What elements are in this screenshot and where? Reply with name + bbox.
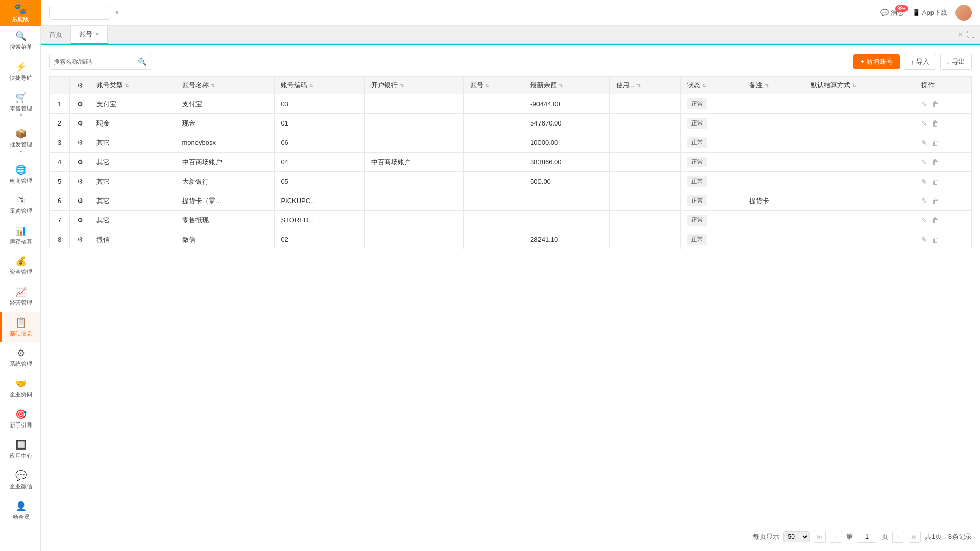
sidebar-item-搜索菜单[interactable]: 🔍 搜索菜单 bbox=[0, 26, 40, 56]
prev-page-button[interactable]: ‹ bbox=[830, 531, 842, 543]
phone-icon: 📱 bbox=[912, 9, 920, 16]
sidebar-item-电商管理[interactable]: 🌐 电商管理 bbox=[0, 159, 40, 190]
page-number-input[interactable] bbox=[857, 531, 877, 543]
edit-button[interactable]: ✎ bbox=[921, 139, 927, 147]
sidebar-item-库存核算[interactable]: 📊 库存核算 bbox=[0, 220, 40, 251]
action-buttons: ✎ 🗑 bbox=[921, 178, 965, 186]
sidebar-icon: 🔍 bbox=[15, 31, 27, 42]
col-bank[interactable]: 开户银行⇅ bbox=[364, 77, 463, 94]
cell-bank bbox=[364, 114, 463, 133]
edit-button[interactable]: ✎ bbox=[921, 216, 927, 224]
tab-首页[interactable]: 首页 bbox=[41, 26, 71, 44]
sidebar-icon: 🛒 bbox=[15, 92, 27, 103]
user-avatar[interactable] bbox=[955, 5, 972, 21]
sidebar-item-畅会员[interactable]: 👤 畅会员 bbox=[0, 495, 40, 526]
delete-button[interactable]: 🗑 bbox=[932, 158, 939, 166]
delete-button[interactable]: 🗑 bbox=[932, 178, 939, 186]
top-search-input[interactable] bbox=[49, 6, 110, 20]
tab-账号[interactable]: 账号× bbox=[71, 26, 108, 44]
cell-gear: ⚙ bbox=[70, 133, 90, 153]
cell-status: 正常 bbox=[680, 230, 743, 249]
delete-button[interactable]: 🗑 bbox=[932, 100, 939, 108]
cell-account bbox=[463, 114, 524, 133]
sidebar-item-系统管理[interactable]: ⚙ 系统管理 bbox=[0, 342, 40, 373]
sidebar-item-快捷导航[interactable]: ⚡ 快捷导航 bbox=[0, 56, 40, 87]
col-type[interactable]: 账号类型⇅ bbox=[90, 77, 176, 94]
cell-settlement bbox=[804, 191, 915, 211]
cell-index: 8 bbox=[50, 230, 70, 249]
col-status[interactable]: 状态⇅ bbox=[680, 77, 743, 94]
tab-expand-icon[interactable]: ⛶ bbox=[967, 30, 975, 39]
sidebar-item-新手引导[interactable]: 🎯 新手引导 bbox=[0, 404, 40, 434]
import-button[interactable]: ↑ 导入 bbox=[904, 54, 936, 70]
export-button[interactable]: ↓ 导出 bbox=[940, 54, 972, 70]
table-row: 6⚙其它提货卡（零…PICKUPC...正常提货卡 ✎ 🗑 bbox=[50, 191, 972, 211]
search-icon[interactable]: 🔍 bbox=[138, 58, 146, 66]
sidebar-item-批发管理[interactable]: 📦 批发管理 ▾ bbox=[0, 123, 40, 159]
sidebar-item-采购管理[interactable]: 🛍 采购管理 bbox=[0, 190, 40, 220]
first-page-button[interactable]: ⏮ bbox=[814, 531, 826, 543]
edit-button[interactable]: ✎ bbox=[921, 100, 927, 108]
sidebar-item-企业微信[interactable]: 💬 企业微信 bbox=[0, 465, 40, 495]
message-button[interactable]: 💬 消息 99+ bbox=[880, 8, 904, 17]
delete-button[interactable]: 🗑 bbox=[932, 139, 939, 147]
status-badge: 正常 bbox=[687, 118, 707, 129]
sidebar-icon: 💰 bbox=[15, 256, 27, 267]
sidebar-item-资金管理[interactable]: 💰 资金管理 bbox=[0, 251, 40, 281]
cell-type: 支付宝 bbox=[90, 94, 176, 114]
app-download-label: App下载 bbox=[922, 8, 947, 17]
delete-button[interactable]: 🗑 bbox=[932, 197, 939, 205]
tab-bar: 首页账号× × ⛶ bbox=[41, 26, 980, 44]
app-download-button[interactable]: 📱 App下载 bbox=[912, 8, 947, 17]
cell-remark bbox=[743, 114, 804, 133]
edit-button[interactable]: ✎ bbox=[921, 178, 927, 186]
col-settlement[interactable]: 默认结算方式⇅ bbox=[804, 77, 915, 94]
per-page-label: 每页显示 bbox=[753, 532, 779, 541]
sidebar-item-零售管理[interactable]: 🛒 零售管理 ▾ bbox=[0, 87, 40, 123]
col-balance[interactable]: 最新余额⇅ bbox=[524, 77, 610, 94]
cell-name: 支付宝 bbox=[176, 94, 275, 114]
sidebar: 🐾 乐鹿版 🔍 搜索菜单 ⚡ 快捷导航 🛒 零售管理 ▾ 📦 批发管理 ▾ 🌐 … bbox=[0, 0, 41, 551]
sidebar-icon: 🌐 bbox=[15, 164, 27, 176]
cell-type: 微信 bbox=[90, 230, 176, 249]
edit-button[interactable]: ✎ bbox=[921, 119, 927, 128]
cell-bank bbox=[364, 230, 463, 249]
page-label: 第 bbox=[846, 532, 853, 541]
cell-balance: 10000.00 bbox=[524, 133, 610, 153]
cell-gear: ⚙ bbox=[70, 211, 90, 230]
cell-remark: 提货卡 bbox=[743, 191, 804, 211]
tab-restore-icon[interactable]: × bbox=[958, 30, 963, 39]
delete-button[interactable]: 🗑 bbox=[932, 216, 939, 224]
edit-button[interactable]: ✎ bbox=[921, 158, 927, 166]
cell-settlement bbox=[804, 133, 915, 153]
sidebar-item-经营管理[interactable]: 📈 经营管理 bbox=[0, 281, 40, 312]
cell-usage bbox=[609, 153, 680, 172]
cell-account bbox=[463, 153, 524, 172]
next-page-button[interactable]: › bbox=[892, 531, 904, 543]
sidebar-item-应用中心[interactable]: 🔲 应用中心 bbox=[0, 434, 40, 465]
per-page-select[interactable]: 50 100 200 bbox=[783, 531, 810, 542]
sidebar-label: 系统管理 bbox=[10, 360, 32, 368]
sidebar-item-企业协同[interactable]: 🤝 企业协同 bbox=[0, 373, 40, 404]
delete-button[interactable]: 🗑 bbox=[932, 236, 939, 244]
sidebar-item-基础信息[interactable]: 📋 基础信息 bbox=[0, 312, 40, 342]
add-account-button[interactable]: + 新增账号 bbox=[853, 54, 900, 69]
col-account[interactable]: 账号⇅ bbox=[463, 77, 524, 94]
cell-account bbox=[463, 172, 524, 191]
last-page-button[interactable]: ⏭ bbox=[909, 531, 921, 543]
cell-index: 3 bbox=[50, 133, 70, 153]
tab-close-icon[interactable]: × bbox=[95, 31, 99, 38]
sidebar-label: 基础信息 bbox=[10, 330, 32, 337]
cell-actions: ✎ 🗑 bbox=[915, 153, 971, 172]
col-code[interactable]: 账号编码⇅ bbox=[275, 77, 364, 94]
col-name[interactable]: 账号名称⇅ bbox=[176, 77, 275, 94]
action-buttons: ✎ 🗑 bbox=[921, 236, 965, 244]
edit-button[interactable]: ✎ bbox=[921, 197, 927, 205]
cell-account bbox=[463, 211, 524, 230]
col-usage[interactable]: 使用...⇅ bbox=[609, 77, 680, 94]
table-row: 3⚙其它moneybosx0610000.00正常 ✎ 🗑 bbox=[50, 133, 972, 153]
edit-button[interactable]: ✎ bbox=[921, 236, 927, 244]
delete-button[interactable]: 🗑 bbox=[932, 119, 939, 128]
search-input[interactable] bbox=[54, 58, 138, 65]
col-remark[interactable]: 备注⇅ bbox=[743, 77, 804, 94]
